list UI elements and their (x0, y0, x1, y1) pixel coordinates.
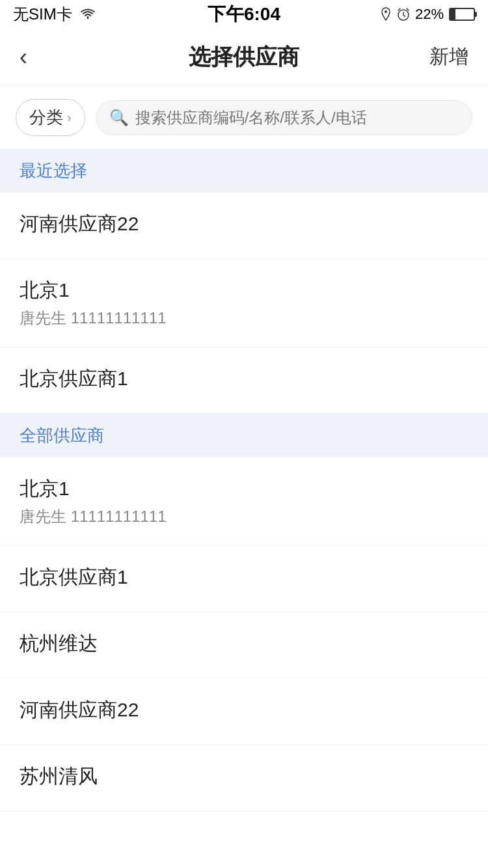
category-label: 分类 (29, 106, 63, 129)
section-header-recent: 最近选择 (0, 149, 488, 193)
supplier-item-all-2[interactable]: 杭州维达 (0, 612, 488, 679)
location-icon (380, 7, 392, 21)
sections-container: 最近选择河南供应商22北京1唐先生 11111111111北京供应商1全部供应商… (0, 149, 488, 811)
supplier-item-recent-1[interactable]: 北京1唐先生 11111111111 (0, 259, 488, 347)
supplier-item-all-0[interactable]: 北京1唐先生 11111111111 (0, 457, 488, 546)
search-icon: 🔍 (109, 109, 129, 127)
status-time: 下午6:04 (208, 2, 280, 27)
back-button[interactable]: ‹ (20, 44, 59, 71)
add-button[interactable]: 新增 (429, 44, 468, 70)
supplier-name: 河南供应商22 (20, 697, 468, 724)
supplier-item-all-3[interactable]: 河南供应商22 (0, 679, 488, 745)
supplier-meta: 唐先生 11111111111 (20, 308, 468, 329)
chevron-right-icon: › (67, 110, 72, 125)
supplier-item-recent-0[interactable]: 河南供应商22 (0, 193, 488, 259)
status-left: 无SIM卡 (13, 4, 97, 25)
nav-bar: ‹ 选择供应商 新增 (0, 29, 488, 86)
supplier-item-all-4[interactable]: 苏州清风 (0, 745, 488, 811)
supplier-name: 杭州维达 (20, 631, 468, 657)
supplier-name: 北京1 (20, 476, 468, 502)
page-title: 选择供应商 (189, 42, 299, 72)
filter-bar: 分类 › 🔍 (0, 86, 488, 149)
supplier-name: 北京供应商1 (20, 366, 468, 392)
supplier-name: 河南供应商22 (20, 211, 468, 237)
supplier-item-all-1[interactable]: 北京供应商1 (0, 546, 488, 612)
status-bar: 无SIM卡 下午6:04 22% (0, 0, 488, 29)
alarm-icon (397, 7, 410, 21)
category-filter-button[interactable]: 分类 › (16, 99, 85, 136)
supplier-meta: 唐先生 11111111111 (20, 506, 468, 527)
battery-icon (449, 8, 475, 21)
svg-point-0 (385, 10, 387, 13)
supplier-name: 苏州清风 (20, 763, 468, 790)
wifi-icon (79, 8, 97, 21)
supplier-name: 北京1 (20, 277, 468, 304)
battery-percent: 22% (415, 6, 444, 23)
supplier-item-recent-2[interactable]: 北京供应商1 (0, 347, 488, 414)
section-header-all: 全部供应商 (0, 414, 488, 457)
search-box[interactable]: 🔍 (96, 100, 472, 135)
status-right: 22% (380, 6, 475, 23)
carrier-label: 无SIM卡 (13, 4, 72, 25)
search-input[interactable] (135, 109, 459, 127)
supplier-name: 北京供应商1 (20, 564, 468, 591)
